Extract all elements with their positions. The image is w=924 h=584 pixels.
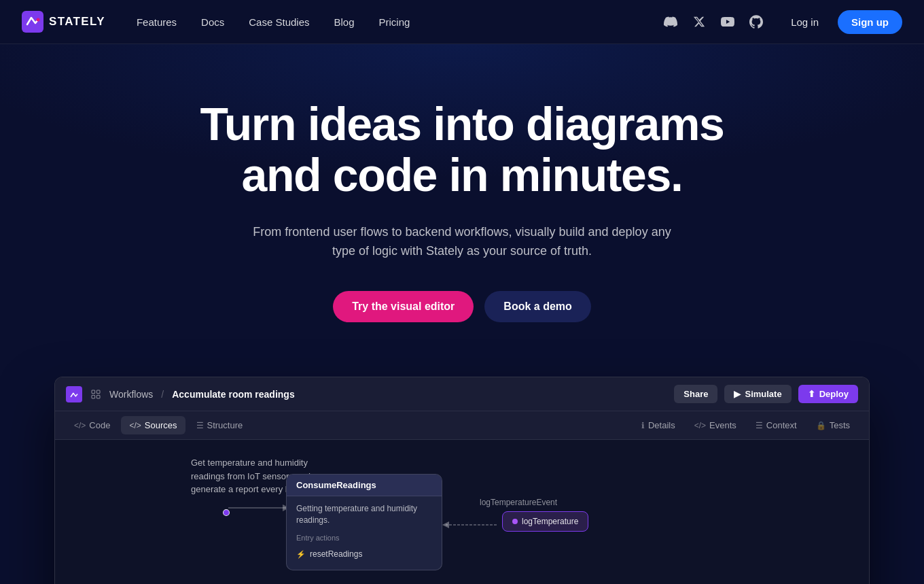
hero-title: Turn ideas into diagrams and code in min…: [200, 99, 724, 201]
event-node-log-temperature[interactable]: logTemperature: [502, 511, 588, 532]
tab-code[interactable]: </> Code: [66, 416, 118, 434]
github-icon[interactable]: [743, 9, 769, 35]
svg-rect-5: [96, 395, 100, 398]
tab-structure[interactable]: ☰ Structure: [188, 416, 251, 434]
svg-rect-0: [22, 11, 43, 33]
tab-events[interactable]: </> Events: [686, 416, 745, 434]
event-node-label: logTemperature: [522, 517, 578, 526]
node-body-text: Getting temperature and humidity reading…: [296, 504, 417, 525]
hero-cta-group: Try the visual editor Book a demo: [333, 291, 591, 322]
nav-item-docs[interactable]: Docs: [192, 11, 234, 33]
app-topbar: Workflows / Accumulate room readings Sha…: [55, 377, 869, 411]
layouts-icon: [90, 389, 101, 400]
breadcrumb-separator: /: [161, 389, 164, 400]
svg-rect-3: [96, 390, 100, 394]
brand-name: STATELY: [49, 15, 105, 29]
app-logo: [66, 386, 82, 402]
event-dot: [512, 519, 518, 524]
structure-icon: ☰: [196, 421, 204, 430]
event-label: logTemperatureEvent: [480, 498, 557, 507]
nav-actions: Log in Sign up: [780, 10, 902, 34]
svg-marker-9: [442, 521, 449, 528]
node-section-label: Entry actions: [296, 533, 432, 543]
login-button[interactable]: Log in: [780, 11, 830, 33]
context-icon: ☰: [756, 421, 763, 430]
navbar: STATELY Features Docs Case Studies Blog …: [0, 0, 924, 44]
node-action-label: resetReadings: [310, 549, 362, 560]
tabs-right: ℹ Details </> Events ☰ Context 🔒 Tests: [633, 416, 858, 434]
svg-rect-2: [92, 390, 95, 394]
sources-icon: </>: [129, 421, 141, 430]
nav-item-features[interactable]: Features: [127, 11, 186, 33]
youtube-icon[interactable]: [715, 9, 741, 35]
hero-title-line1: Turn ideas into diagrams: [200, 98, 724, 150]
breadcrumb-home[interactable]: Workflows: [109, 389, 153, 400]
app-tabbar: </> Code </> Sources ☰ Structure ℹ Detai…: [55, 411, 869, 440]
arrow-to-event: [442, 518, 510, 532]
social-icons: [658, 9, 769, 35]
try-editor-button[interactable]: Try the visual editor: [333, 291, 474, 322]
node-action-item: ⚡ resetReadings: [296, 546, 432, 563]
simulate-play-icon: ▶: [734, 389, 741, 399]
brand-logo[interactable]: STATELY: [22, 11, 105, 33]
topbar-left: Workflows / Accumulate room readings: [66, 386, 295, 402]
tab-tests[interactable]: 🔒 Tests: [808, 416, 858, 434]
app-preview: Workflows / Accumulate room readings Sha…: [54, 377, 870, 584]
details-icon: ℹ: [641, 421, 645, 430]
nav-item-blog[interactable]: Blog: [325, 11, 364, 33]
action-lightning-icon: ⚡: [296, 549, 306, 560]
share-button[interactable]: Share: [674, 385, 717, 403]
tests-icon: 🔒: [816, 421, 826, 430]
node-header: ConsumeReadings: [287, 475, 442, 496]
twitter-icon[interactable]: [686, 9, 712, 35]
svg-rect-4: [92, 395, 95, 398]
tab-details[interactable]: ℹ Details: [633, 416, 683, 434]
tab-context[interactable]: ☰ Context: [747, 416, 805, 434]
events-icon: </>: [694, 421, 706, 430]
svg-point-1: [37, 18, 40, 22]
topbar-right: Share ▶ Simulate ⬆ Deploy: [674, 385, 858, 403]
discord-icon[interactable]: [658, 9, 683, 35]
breadcrumb-current: Accumulate room readings: [172, 389, 295, 400]
book-demo-button[interactable]: Book a demo: [484, 291, 590, 322]
hero-section: Turn ideas into diagrams and code in min…: [0, 44, 924, 363]
signup-button[interactable]: Sign up: [838, 10, 902, 34]
code-icon: </>: [74, 421, 86, 430]
deploy-icon: ⬆: [808, 389, 815, 399]
node-body: Getting temperature and humidity reading…: [287, 496, 442, 570]
node-title: ConsumeReadings: [296, 480, 376, 490]
app-canvas: Get temperature and humidity readings fr…: [55, 440, 869, 584]
tabs-left: </> Code </> Sources ☰ Structure: [66, 416, 251, 434]
nav-item-pricing[interactable]: Pricing: [370, 11, 420, 33]
simulate-button[interactable]: ▶ Simulate: [724, 385, 791, 403]
nav-links: Features Docs Case Studies Blog Pricing: [127, 11, 647, 33]
nav-item-case-studies[interactable]: Case Studies: [239, 11, 319, 33]
hero-subtitle: From frontend user flows to backend work…: [251, 222, 673, 262]
hero-title-line2: and code in minutes.: [241, 149, 682, 201]
deploy-button[interactable]: ⬆ Deploy: [798, 385, 858, 403]
tab-sources[interactable]: </> Sources: [121, 416, 185, 434]
state-node-consume-readings[interactable]: ConsumeReadings Getting temperature and …: [286, 474, 442, 570]
